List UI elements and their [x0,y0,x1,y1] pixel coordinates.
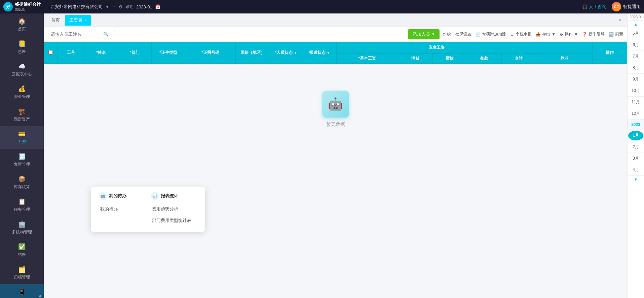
export-button[interactable]: 📤 导出 ▼ [536,31,556,37]
tab-salary-table-label: 工资表 [69,17,82,23]
company-area[interactable]: 西安虾米网络科技有限公司 ▼ ＋ ⚙ 账期 2023-01 📅 [47,4,160,10]
customer-service-button[interactable]: 🎧 人工咨询 [582,4,606,10]
date-item-2[interactable]: 2月 [628,141,644,153]
search-icon: 🔍 [103,32,109,37]
sidebar-item-multi-org[interactable]: 🏢 多机构管理 [0,217,44,239]
my-tasks-link[interactable]: 我的待办 [99,203,145,215]
sidebar-item-ledger[interactable]: 📒 总账 [0,36,44,59]
date-item-3[interactable]: 3月 [628,153,644,164]
col-performance-header: 绩效 [432,54,467,64]
select-all-checkbox[interactable] [48,50,53,55]
add-company-icon[interactable]: ＋ [112,4,116,10]
expense-trend-link[interactable]: 费用趋势分析 [151,203,197,215]
sidebar-item-home[interactable]: 🏠 首页 [0,13,44,36]
popup-menu: 🤖 我的待办 我的待办 📊 报表统计 费用趋势分析 部门费用类型统计表 [91,187,205,232]
invoice-icon: 🧾 [18,153,26,160]
date-item-8[interactable]: 8月 [628,62,644,74]
social-security-button[interactable]: ⚙ 统一社保设置 [442,31,471,37]
period-calendar-icon[interactable]: 📅 [155,4,160,9]
inventory-icon: 📦 [18,175,26,183]
main-layout: 🏠 首页 📒 总账 ☁️ 云报表中心 💰 资金管理 🏗️ 固定资产 💳 工资 🧾… [0,13,644,298]
content-area: 首页 工资表 × × 🔍 添加人员 ▼ [44,13,627,298]
settings-icon[interactable]: ⚙ [119,4,123,9]
sidebar-item-fund[interactable]: 💰 资金管理 [0,81,44,104]
header-right: 🎧 人工咨询 CE 畅捷通组 [582,2,641,11]
date-item-6[interactable]: 6月 [628,39,644,51]
user-info[interactable]: CE 畅捷通组 [612,2,641,11]
my-tasks-title-text: 我的待办 [109,193,126,199]
tab-home-label: 首页 [51,17,60,23]
report-stats-icon: 📊 [151,192,159,200]
date-item-year-2023[interactable]: 2023 [628,120,644,130]
col-action-header: 操作 [593,42,627,64]
tab-salary-table[interactable]: 工资表 × [65,15,91,26]
tab-home[interactable]: 首页 [47,15,64,26]
sidebar-item-salary[interactable]: 💳 工资 [0,126,44,149]
export-arrow-icon: ▼ [552,32,556,37]
cloud-icon: ☁️ [18,63,26,70]
date-nav-down[interactable]: ▼ [628,176,644,183]
company-dropdown-icon[interactable]: ▼ [106,5,109,9]
date-item-11[interactable]: 11月 [628,97,644,108]
logo-area: 好 畅捷通好会计 旗舰版 [3,2,47,12]
date-item-10[interactable]: 10月 [628,85,644,97]
current-period-display: 2023.01 [628,13,644,21]
archive-icon: 🗂️ [18,266,26,273]
sidebar-item-settle[interactable]: ✅ 结账 [0,239,44,262]
settle-icon: ✅ [18,243,26,251]
sidebar-item-invoice[interactable]: 🧾 发票管理 [0,149,44,171]
sidebar-item-cloud-report[interactable]: ☁️ 云报表中心 [0,59,44,81]
col-should-pay-group-header: 应发工资 [337,42,536,54]
sidebar-item-tax[interactable]: 📋 税务管理 [0,194,44,217]
date-item-5[interactable]: 5月 [628,28,644,39]
sidebar-item-fixed-asset[interactable]: 🏗️ 固定资产 [0,104,44,126]
add-dropdown-arrow-icon: ▼ [431,32,435,36]
tax-declare-button[interactable]: 🗒 个税申报 [510,31,532,37]
date-item-1-current[interactable]: 1月 [628,131,643,141]
empty-text: 暂无数据 [326,122,345,128]
add-person-button[interactable]: 添加人员 ▼ [408,29,440,39]
tab-bar: 首页 工资表 × × [44,13,627,27]
operation-button[interactable]: ⚙ 操作 ▼ [560,31,578,37]
date-item-7[interactable]: 7月 [628,51,644,62]
date-item-9[interactable]: 9月 [628,74,644,85]
search-wrap[interactable]: 🔍 [48,30,115,38]
col-send-status-header: 报送状态 ▼ [303,42,337,64]
user-name: 畅捷通组 [623,4,641,10]
date-item-12[interactable]: 12月 [628,108,644,120]
send-status-filter-icon[interactable]: ▼ [327,51,330,55]
sidebar: 🏠 首页 📒 总账 ☁️ 云报表中心 💰 资金管理 🏗️ 固定资产 💳 工资 🧾… [0,13,44,298]
toolbar: 🔍 添加人员 ▼ ⚙ 统一社保设置 📄 专项附加扣除 [44,27,627,42]
refresh-button[interactable]: 🔄 刷新 [609,31,623,37]
multi-org-icon: 🏢 [18,221,26,228]
new-guide-button[interactable]: ❓ 新手引导 [582,31,605,37]
toolbar-actions: ⚙ 统一社保设置 📄 专项附加扣除 🗒 个税申报 📤 导出 ▼ [442,31,623,37]
person-status-filter-icon[interactable]: ▼ [294,51,297,55]
salary-table: 工号 *姓名 *部门 *证件类型 *证照号码 国籍（地区） *人员状态 ▼ 报送… [44,42,627,64]
popup-section-my-tasks-title: 🤖 我的待办 [99,192,145,200]
col-name-header: *姓名 [84,42,118,64]
expense-icon: 📱 [18,288,26,296]
sidebar-item-inventory[interactable]: 📦 库存核算 [0,171,44,194]
add-person-label: 添加人员 [413,31,430,37]
popup-col-right: 📊 报表统计 费用趋势分析 部门费用类型统计表 [148,192,200,226]
col-work-id-header: 工号 [58,42,84,64]
col-nation-header: 国籍（地区） [236,42,269,64]
tab-close-button[interactable]: × [84,18,87,23]
user-avatar: CE [612,2,621,11]
tab-bar-right: × [617,16,624,24]
date-item-4[interactable]: 4月 [628,164,644,176]
special-deduct-button[interactable]: 📄 专项附加扣除 [476,31,506,37]
col-checkbox[interactable] [44,42,58,64]
sidebar-item-archive[interactable]: 🗂️ 归档管理 [0,262,44,284]
sidebar-item-expense[interactable]: 📱 小畅报销 ◀ [0,284,44,298]
col-base-salary-header: *基本工资 [337,54,398,64]
my-tasks-icon: 🤖 [99,192,107,200]
search-input[interactable] [51,32,101,37]
dept-expense-link[interactable]: 部门费用类型统计表 [151,215,197,226]
date-nav-up[interactable]: ▲ [628,21,644,28]
headset-icon: 🎧 [582,4,588,9]
window-close-button[interactable]: × [617,16,624,24]
company-name: 西安虾米网络科技有限公司 [50,4,103,10]
popup-section-report-stats-title: 📊 报表统计 [151,192,197,200]
